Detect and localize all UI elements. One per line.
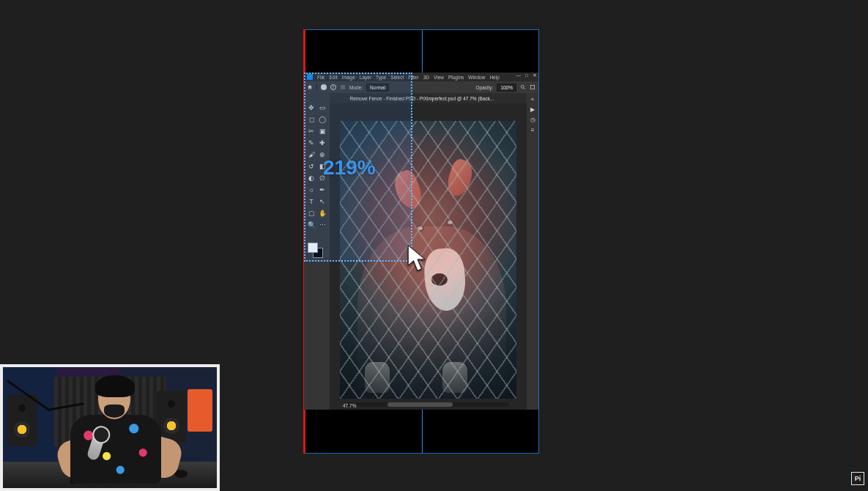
search-icon[interactable]: [520, 84, 526, 90]
path-selection-tool[interactable]: ↖: [317, 196, 327, 207]
ps-menu-image[interactable]: Image: [342, 75, 355, 80]
chainlink-fence-overlay: [340, 121, 516, 399]
marquee-tool[interactable]: ◻: [306, 114, 316, 125]
artboard-tool[interactable]: ▭: [317, 102, 327, 113]
ps-zoom-status[interactable]: 47.7%: [343, 403, 356, 408]
eyedropper-tool[interactable]: ✎: [306, 137, 316, 148]
ps-tool-palette[interactable]: ✥ ▭ ◻ ◯ ✂ ▣ ✎ ✚ 🖌 ⊕ ↺ ◧ ◐ ∅ ☼ ✒ T ↖ ▢ ✋: [304, 93, 330, 410]
eraser-tool[interactable]: ◧: [317, 160, 327, 171]
svg-line-1: [524, 88, 525, 89]
ps-document-canvas[interactable]: [340, 121, 516, 399]
reference-monitor: [188, 389, 212, 432]
channel-logo-text: Pi: [855, 475, 861, 482]
ps-menu-type[interactable]: Type: [376, 75, 386, 80]
opacity-label: Opacity:: [476, 85, 494, 90]
brush-icon[interactable]: [321, 84, 327, 90]
svg-rect-2: [530, 85, 534, 89]
ps-menu-filter[interactable]: Filter: [408, 75, 418, 80]
edit-toolbar[interactable]: ⋯: [317, 219, 327, 230]
hand-tool[interactable]: ✋: [317, 207, 327, 218]
ps-menu-window[interactable]: Window: [468, 75, 485, 80]
ps-document-tab-label: Remove Fence - Finished PSD - PiXimperfe…: [350, 96, 494, 101]
dog-photo: [340, 121, 516, 399]
webcam-overlay: [0, 364, 220, 491]
mode-select[interactable]: Normal: [366, 84, 389, 92]
type-tool[interactable]: T: [306, 196, 316, 207]
opacity-value[interactable]: 100%: [497, 84, 516, 92]
pen-tool[interactable]: ✒: [317, 184, 327, 195]
editor-stage: Pi File Edit Image Layer Type Select Fil…: [0, 0, 868, 491]
ps-menubar[interactable]: File Edit Image Layer Type Select Filter…: [304, 73, 538, 81]
mode-label: Mode:: [349, 85, 363, 90]
photoshop-window: File Edit Image Layer Type Select Filter…: [304, 73, 538, 410]
ps-menu-file[interactable]: File: [317, 75, 324, 80]
spot-healing-tool[interactable]: ✚: [317, 137, 327, 148]
home-icon[interactable]: [307, 84, 313, 90]
rectangle-tool[interactable]: ▢: [306, 207, 316, 218]
ps-canvas-area[interactable]: 47.7%: [330, 103, 527, 410]
minimize-icon[interactable]: —: [516, 73, 522, 78]
zoom-tool[interactable]: 🔍: [306, 219, 316, 230]
ps-menu-3d[interactable]: 3D: [423, 75, 429, 80]
properties-icon[interactable]: ≡: [531, 127, 535, 133]
restore-icon[interactable]: □: [525, 73, 528, 78]
ps-menu-plugins[interactable]: Plugins: [448, 75, 464, 80]
frame-tool[interactable]: ▣: [317, 125, 327, 136]
play-icon[interactable]: ▶: [530, 106, 535, 113]
ps-options-bar[interactable]: 7 Mode: Normal Opacity: 100%: [304, 81, 538, 93]
ps-menu-edit[interactable]: Edit: [329, 75, 337, 80]
ps-document-tab[interactable]: Remove Fence - Finished PSD - PiXimperfe…: [317, 93, 527, 103]
brush-size-preview[interactable]: 7: [330, 84, 336, 90]
ps-scrollbar-thumb[interactable]: [387, 402, 452, 407]
optbar-divider: [316, 84, 317, 91]
history-icon[interactable]: ◷: [530, 117, 535, 123]
history-brush-tool[interactable]: ↺: [306, 160, 316, 171]
ps-window-controls[interactable]: — □ ✕: [516, 73, 537, 78]
fg-color-swatch[interactable]: [308, 243, 318, 253]
fg-bg-color-swatch[interactable]: [306, 241, 327, 259]
close-icon[interactable]: ✕: [533, 73, 537, 78]
dodge-tool[interactable]: ☼: [306, 184, 316, 195]
presenter: [66, 374, 168, 484]
mic-boom-arm: [7, 380, 73, 446]
ps-menu-help[interactable]: Help: [489, 75, 499, 80]
brush-settings-icon[interactable]: [340, 84, 346, 90]
program-monitor-frame[interactable]: File Edit Image Layer Type Select Filter…: [303, 29, 539, 454]
svg-point-0: [521, 85, 524, 88]
ps-menu-layer[interactable]: Layer: [360, 75, 371, 80]
brush-tool[interactable]: 🖌: [306, 149, 316, 160]
ps-logo-icon: [307, 74, 313, 80]
move-tool[interactable]: ✥: [306, 102, 316, 113]
blur-tool[interactable]: ∅: [317, 172, 327, 183]
editor-right-rail: Pi: [849, 0, 868, 491]
gradient-tool[interactable]: ◐: [306, 172, 316, 183]
lasso-tool[interactable]: ◯: [317, 114, 327, 125]
channel-logo-badge: Pi: [851, 472, 864, 485]
ps-menu-select[interactable]: Select: [390, 75, 404, 80]
ps-collapsed-panels[interactable]: « ▶ ◷ ≡: [527, 93, 538, 410]
share-icon[interactable]: [530, 84, 535, 90]
ps-menu-view[interactable]: View: [434, 75, 444, 80]
collapse-icon[interactable]: «: [531, 96, 534, 103]
ps-horizontal-scrollbar[interactable]: [347, 402, 509, 407]
clone-stamp-tool[interactable]: ⊕: [317, 149, 327, 160]
brush-size-value: 7: [333, 85, 335, 89]
crop-tool[interactable]: ✂: [306, 125, 316, 136]
